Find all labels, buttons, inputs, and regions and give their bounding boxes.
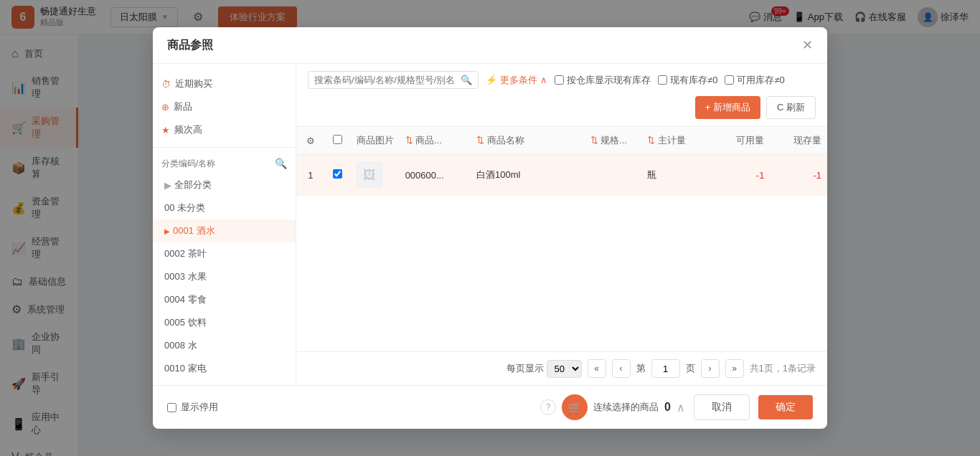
row-stock: -1 [770, 155, 827, 196]
col-code-header: ⇅ 商品... [400, 127, 471, 155]
new-icon: ⊕ [161, 102, 169, 113]
cat-appliance[interactable]: 0010 家电 [153, 357, 296, 380]
col-name-header: ⇅ 商品名称 [471, 127, 585, 155]
modal-overlay: 商品参照 ✕ ⏱ 近期购买 ⊕ 新品 ★ 频次高 [0, 0, 980, 456]
cat-appliance-label: 0010 家电 [164, 362, 207, 375]
unit-sort-icon: ⇅ [647, 135, 655, 146]
modal-footer: 显示停用 ? 🛒 连续选择的商品 0 ∧ 取消 确定 [153, 385, 827, 429]
cart-count: 0 [664, 401, 671, 414]
filter-arrow-icon: ∧ [540, 75, 547, 85]
col-spec-header: ⇅ 规格... [585, 127, 642, 155]
row-unit: 瓶 [641, 155, 699, 196]
settings-icon[interactable]: ⚙ [306, 136, 315, 146]
category-search-icon[interactable]: 🔍 [275, 158, 287, 169]
row-spec [585, 155, 642, 196]
usable-stock-checkbox[interactable] [725, 75, 734, 85]
refresh-button[interactable]: C 刷新 [766, 96, 816, 119]
product-image: 🖼 [357, 162, 382, 188]
available-stock-checkbox[interactable] [658, 75, 667, 85]
row-num: 1 [296, 155, 325, 196]
modal-toolbar: 🔍 ⚡ 更多条件 ∧ 按仓库显示现有库存 现有库存≠0 [296, 64, 827, 127]
category-search-input[interactable] [161, 158, 270, 168]
last-page-button[interactable]: » [725, 359, 744, 378]
row-code: 000600... [400, 155, 471, 196]
product-reference-modal: 商品参照 ✕ ⏱ 近期购买 ⊕ 新品 ★ 频次高 [153, 27, 827, 429]
search-box: 🔍 [308, 71, 479, 89]
frequent-item[interactable]: ★ 频次高 [153, 118, 296, 141]
select-all-checkbox[interactable] [333, 135, 342, 144]
check-usable-stock[interactable]: 可用库存≠0 [725, 74, 784, 87]
cat-uncategorized-label: 00 未分类 [164, 201, 205, 214]
prev-page-button[interactable]: ‹ [612, 359, 631, 378]
cat-tea-label: 0002 茶叶 [164, 247, 207, 260]
cat-water-label: 0008 水 [164, 339, 197, 352]
cat-snack-label: 0004 零食 [164, 293, 207, 306]
per-page-label: 每页显示 [507, 362, 544, 375]
cat-snack[interactable]: 0004 零食 [153, 288, 296, 311]
recent-purchase-item[interactable]: ⏱ 近期购买 [153, 72, 296, 95]
check-available-stock[interactable]: 现有库存≠0 [658, 74, 717, 87]
warehouse-checkbox[interactable] [555, 75, 564, 85]
confirm-button[interactable]: 确定 [758, 395, 813, 419]
toolbar-actions: + 新增商品 C 刷新 [695, 96, 816, 119]
recent-icon: ⏱ [161, 79, 171, 90]
new-label: 新品 [174, 100, 192, 113]
page-input[interactable] [651, 359, 680, 378]
close-icon[interactable]: ✕ [802, 37, 813, 53]
cat-liquor[interactable]: ▶ 0001 酒水 [153, 219, 296, 242]
show-disabled-checkbox[interactable] [167, 403, 176, 412]
next-page-button[interactable]: › [701, 359, 720, 378]
cat-uncategorized[interactable]: 00 未分类 [153, 196, 296, 219]
spec-sort-icon: ⇅ [590, 135, 598, 146]
cat-water[interactable]: 0008 水 [153, 334, 296, 357]
row-image-cell: 🖼 [351, 155, 400, 196]
show-disabled-label: 显示停用 [181, 401, 218, 414]
first-page-button[interactable]: « [588, 359, 606, 378]
name-sort-icon: ⇅ [476, 135, 484, 146]
col-image-header: 商品图片 [351, 127, 400, 155]
row-name: 白酒100ml [471, 155, 585, 196]
filter-icon: ⚡ [486, 75, 497, 85]
check-by-warehouse[interactable]: 按仓库显示现有库存 [555, 74, 651, 87]
table-header-row: ⚙ 商品图片 ⇅ 商品... [296, 127, 827, 155]
per-page-select: 每页显示 50 [507, 360, 582, 378]
cat-all[interactable]: ▶ 全部分类 [153, 174, 296, 196]
category-search-area: 🔍 [153, 153, 296, 174]
collapse-icon[interactable]: ∧ [677, 401, 685, 414]
modal-header: 商品参照 ✕ [153, 27, 827, 64]
col-unit-header: ⇅ 主计量 [641, 127, 699, 155]
new-product-item[interactable]: ⊕ 新品 [153, 95, 296, 118]
search-input[interactable] [314, 75, 458, 85]
cat-beverage-label: 0005 饮料 [164, 316, 207, 329]
cat-fruit[interactable]: 0003 水果 [153, 265, 296, 288]
cart-label: 连续选择的商品 [593, 401, 659, 414]
product-table-container: ⚙ 商品图片 ⇅ 商品... [296, 127, 827, 351]
pagination: 每页显示 50 « ‹ 第 页 › » 共1页，1条记录 [296, 351, 827, 385]
per-page-dropdown[interactable]: 50 [547, 360, 582, 378]
help-icon[interactable]: ? [540, 399, 556, 415]
category-list: ▶ 全部分类 00 未分类 ▶ 0001 酒水 0002 茶叶 0003 水果 [153, 174, 296, 380]
row-checkbox[interactable] [333, 169, 342, 179]
cat-liquor-label: 0001 酒水 [173, 224, 215, 237]
page-suffix: 页 [686, 362, 695, 375]
cat-fruit-label: 0003 水果 [164, 270, 207, 283]
search-icon[interactable]: 🔍 [461, 75, 472, 85]
filter-more-button[interactable]: ⚡ 更多条件 ∧ [486, 74, 547, 87]
table-row[interactable]: 1 🖼 000600... 白酒100ml 瓶 [296, 155, 827, 196]
warehouse-checkbox-label: 按仓库显示现有库存 [567, 74, 651, 87]
modal-main: 🔍 ⚡ 更多条件 ∧ 按仓库显示现有库存 现有库存≠0 [296, 64, 827, 385]
sidebar-divider [153, 147, 296, 148]
star-icon: ★ [161, 125, 170, 136]
cat-tea[interactable]: 0002 茶叶 [153, 242, 296, 265]
cat-beverage[interactable]: 0005 饮料 [153, 311, 296, 334]
frequent-label: 频次高 [174, 123, 202, 136]
cart-area: ? 🛒 连续选择的商品 0 ∧ [540, 394, 685, 420]
usable-stock-label: 可用库存≠0 [737, 74, 784, 87]
show-disabled-toggle[interactable]: 显示停用 [167, 401, 218, 414]
col-settings-header: ⚙ [296, 127, 325, 155]
add-product-button[interactable]: + 新增商品 [695, 96, 760, 119]
cart-button[interactable]: 🛒 [562, 394, 588, 420]
cancel-button[interactable]: 取消 [694, 394, 750, 420]
cat-all-label: 全部分类 [174, 179, 212, 191]
col-avail-header: 可用量 [699, 127, 770, 155]
